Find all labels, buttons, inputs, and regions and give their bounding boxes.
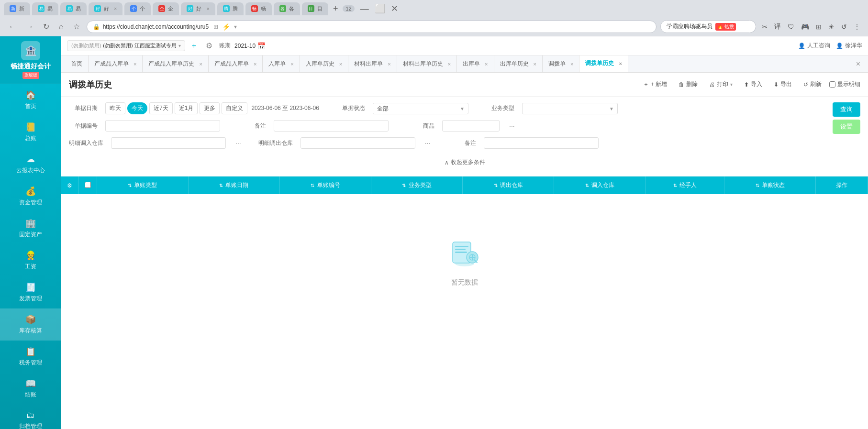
print-dropdown[interactable]: ▾ [730, 82, 733, 87]
sidebar-item-tax[interactable]: 📋 税务管理 [0, 341, 61, 373]
browser-tab-11[interactable]: 目 目 [302, 2, 328, 15]
tab-3-close[interactable]: × [254, 61, 256, 67]
sidebar-item-wages[interactable]: 👷 工资 [0, 244, 61, 276]
browser-tab-2[interactable]: 易 易 [32, 2, 58, 15]
browser-tab-1[interactable]: 新 新 [4, 2, 30, 15]
tab-1-close[interactable]: × [134, 61, 136, 67]
th-out-warehouse[interactable]: ⇅ 调出仓库 [463, 176, 554, 194]
sidebar-item-invoice[interactable]: 🧾 发票管理 [0, 276, 61, 308]
page-tab-5[interactable]: 入库单历史 × [300, 55, 348, 73]
page-tab-9[interactable]: 出库单历史 × [494, 55, 543, 73]
import-button[interactable]: ⬆ 导入 [740, 78, 766, 90]
page-tab-home[interactable]: 首页 [65, 55, 89, 73]
th-date[interactable]: ⇅ 单账日期 [188, 176, 279, 194]
th-handler[interactable]: ⇅ 经手人 [645, 176, 724, 194]
game-icon[interactable]: 🎮 [799, 22, 811, 32]
tab-bar-close-all[interactable]: × [852, 60, 864, 68]
th-checkbox[interactable] [78, 176, 97, 194]
tab-11-close[interactable]: × [619, 61, 622, 66]
page-tab-1[interactable]: 产成品入库单 × [89, 55, 143, 73]
date-btn-today[interactable]: 今天 [127, 102, 147, 114]
browser-tab-9[interactable]: 畅 畅 [245, 2, 272, 15]
export-button[interactable]: ⬇ 导出 [770, 78, 796, 90]
browser-tab-8[interactable]: 腾 腾 [217, 2, 244, 15]
star-button[interactable]: ☆ [70, 21, 83, 32]
browser-tab-4-close[interactable]: × [114, 6, 117, 11]
status-select[interactable]: 全部 草稿 已审核 已作废 [373, 103, 468, 114]
display-toggle-checkbox[interactable] [829, 81, 835, 88]
page-tab-10[interactable]: 调拨单 × [543, 55, 579, 73]
company-selector[interactable]: (勿删勿禁用) (勿删勿禁用) 江西服宝测试专用 ▾ [67, 40, 185, 51]
print-button[interactable]: 🖨 打印 ▾ [705, 78, 736, 90]
page-tab-4[interactable]: 入库单 × [263, 55, 300, 73]
doc-no-input[interactable] [105, 120, 220, 132]
goods-input[interactable] [442, 120, 500, 132]
browser-tab-3[interactable]: 易 易 [60, 2, 87, 15]
window-close-button[interactable]: ✕ [391, 3, 398, 14]
detail-out-input[interactable] [300, 137, 415, 149]
address-bar[interactable]: 🔒 https://cloud.chanjet.com/accounting/u… [87, 21, 657, 33]
page-tab-8[interactable]: 出库单 × [457, 55, 494, 73]
date-btn-7days[interactable]: 近7天 [149, 102, 173, 114]
business-type-select[interactable] [522, 103, 618, 114]
window-max-button[interactable]: ⬜ [375, 3, 385, 14]
shield-icon[interactable]: 🛡 [786, 22, 796, 32]
period-selector[interactable]: 2021-10 📅 [234, 42, 266, 50]
user-profile[interactable]: 👤 徐泽华 [836, 42, 862, 50]
refresh-button[interactable]: ↺ 刷新 [800, 78, 825, 90]
filter-settings-button[interactable]: 设置 [833, 120, 860, 134]
browser-tab-7[interactable]: 好 好 × [181, 2, 215, 15]
sidebar-item-home[interactable]: 🏠 首页 [0, 84, 61, 116]
sidebar-item-close[interactable]: 📖 结账 [0, 373, 61, 405]
tab-2-close[interactable]: × [199, 61, 202, 67]
tab-8-close[interactable]: × [485, 61, 488, 67]
th-type[interactable]: ⇅ 单账类型 [97, 176, 188, 194]
translate-icon[interactable]: 译 [772, 22, 783, 32]
tab-10-close[interactable]: × [570, 61, 573, 67]
browser-tab-10[interactable]: 各 各 [274, 2, 300, 15]
browser-tab-4[interactable]: 好 好 × [89, 2, 122, 15]
browser-search-bar[interactable]: 学霸应聘场驱鸟员 🔥 热搜 [660, 20, 756, 33]
display-toggle[interactable]: 显示明细 [829, 80, 860, 88]
delete-button[interactable]: 🗑 删除 [675, 78, 701, 90]
date-btn-custom[interactable]: 自定义 [222, 102, 247, 114]
back-button[interactable]: ← [6, 22, 19, 32]
select-all-checkbox[interactable] [85, 182, 91, 188]
company-settings-button[interactable]: ⚙ [203, 40, 215, 51]
th-settings[interactable]: ⚙ [61, 176, 78, 194]
th-no[interactable]: ⇅ 单账编号 [279, 176, 371, 194]
tab-4-close[interactable]: × [290, 61, 293, 67]
cut-icon[interactable]: ✂ [760, 22, 769, 32]
forward-button[interactable]: → [23, 22, 36, 32]
url-dropdown-icon[interactable]: ▾ [234, 23, 237, 30]
detail-remark-input[interactable] [484, 137, 599, 149]
query-button[interactable]: 查询 [833, 102, 860, 117]
grid-icon[interactable]: ⊞ [814, 22, 823, 32]
sidebar-item-reports[interactable]: ☁ 云报表中心 [0, 148, 61, 180]
tab-6-close[interactable]: × [388, 61, 390, 67]
window-min-button[interactable]: — [360, 4, 369, 14]
page-tab-11[interactable]: 调拨单历史 × [579, 55, 628, 73]
detail-in-dots[interactable]: ··· [235, 139, 241, 147]
date-btn-yesterday[interactable]: 昨天 [105, 102, 125, 114]
th-business-type[interactable]: ⇅ 业务类型 [371, 176, 463, 194]
browser-tab-5[interactable]: 个 个 [124, 2, 151, 15]
date-btn-1month[interactable]: 近1月 [175, 102, 198, 114]
new-tab-button[interactable]: + [330, 4, 341, 14]
add-company-button[interactable]: + [189, 41, 199, 51]
undo-icon[interactable]: ↺ [839, 22, 849, 32]
page-tab-3[interactable]: 产成品入库单 × [209, 55, 263, 73]
brightness-icon[interactable]: ☀ [826, 22, 836, 32]
browser-tab-6[interactable]: 企 企 [153, 2, 179, 15]
date-btn-more[interactable]: 更多 [200, 102, 220, 114]
sidebar-item-archive[interactable]: 🗂 归档管理 [0, 405, 61, 429]
page-tab-2[interactable]: 产成品入库单历史 × [143, 55, 208, 73]
sidebar-item-inventory[interactable]: 📦 库存核算 [0, 308, 61, 341]
tab-9-close[interactable]: × [534, 61, 536, 67]
page-tab-7[interactable]: 材料出库单历史 × [397, 55, 457, 73]
th-in-warehouse[interactable]: ⇅ 调入仓库 [554, 176, 645, 194]
sidebar-item-ledger[interactable]: 📒 总账 [0, 116, 61, 148]
goods-dots[interactable]: ··· [509, 122, 515, 130]
company-dropdown-icon[interactable]: ▾ [178, 43, 181, 48]
remark-input[interactable] [274, 120, 389, 132]
